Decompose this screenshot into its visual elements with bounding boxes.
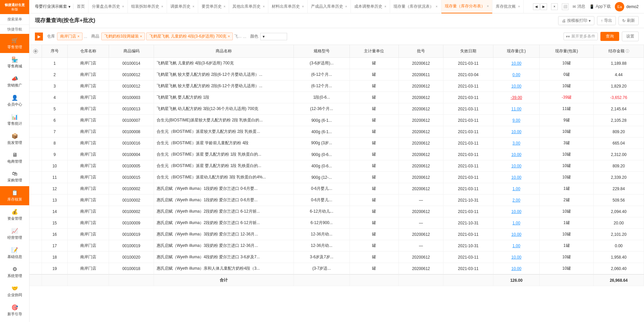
- row-balance: 665.04: [594, 138, 644, 149]
- row-qty-main[interactable]: 0.00: [493, 69, 539, 80]
- product-more-ellipsis[interactable]: ...: [243, 34, 246, 39]
- sidebar-item-retail-stats[interactable]: 📊 零售统计: [0, 110, 29, 129]
- row-qty-main[interactable]: 11.00: [493, 103, 539, 115]
- row-expiry: 2021-03-11: [443, 263, 493, 275]
- tab-close-icon[interactable]: ×: [161, 5, 163, 8]
- row-qty-main[interactable]: 10.00: [493, 206, 539, 217]
- sidebar-item-sys-mgmt[interactable]: ⚙ 系统管理: [0, 263, 29, 282]
- app-download-btn[interactable]: 📱 App下载: [589, 4, 611, 9]
- export-button[interactable]: ↑ 导出: [597, 16, 616, 25]
- tab-cost-adjust-history[interactable]: 成本调整单历史 ×: [351, 0, 390, 13]
- tab-close-icon[interactable]: ×: [384, 5, 386, 8]
- row-qty-main[interactable]: 1.00: [493, 217, 539, 229]
- row-qty-main[interactable]: 2.00: [493, 195, 539, 206]
- sidebar-item-inventory[interactable]: 📋 库存核算: [0, 186, 29, 205]
- color-dropdown[interactable]: ▾: [260, 33, 287, 40]
- tab-search-history[interactable]: 调拨单历史 ×: [167, 0, 198, 13]
- sidebar-item-purchase[interactable]: 🛍 采购管理: [0, 167, 29, 186]
- row-qty-main[interactable]: 10.00: [493, 58, 539, 69]
- product-tag-1-close[interactable]: ×: [140, 35, 142, 38]
- message-btn[interactable]: ✉ 消息: [573, 4, 585, 9]
- tab-close-all-btn[interactable]: ×: [551, 3, 558, 10]
- warehouse-tag-close[interactable]: ×: [77, 35, 79, 38]
- sidebar-item-finance[interactable]: 💰 资金管理: [0, 205, 29, 224]
- industry-selector[interactable]: 母婴行业演示账套 ▾: [32, 4, 73, 9]
- filter-expand-button[interactable]: ▶: [35, 33, 43, 41]
- warehouse-ellipsis[interactable]: ...: [84, 34, 87, 39]
- settings-column-header[interactable]: ⚙: [30, 45, 42, 58]
- tab-close-icon[interactable]: ×: [193, 5, 195, 8]
- tab-close-icon[interactable]: ×: [487, 4, 489, 8]
- setting-button[interactable]: 设置: [622, 32, 639, 41]
- sidebar-item-wholesale[interactable]: 📦 批发管理: [0, 129, 29, 149]
- row-qty-pkg: 10罐: [540, 126, 594, 138]
- row-qty-main[interactable]: 1.00: [493, 183, 539, 195]
- row-qty-main[interactable]: -39.00: [493, 92, 539, 103]
- expand-more-button[interactable]: ▾▾ 展开更多条件: [564, 33, 598, 40]
- sidebar-item-ecommerce[interactable]: 🖥 电商管理: [0, 149, 29, 167]
- tab-other-out-history[interactable]: 其他出库单历史 ×: [229, 0, 268, 13]
- tab-home[interactable]: 首页: [73, 0, 89, 13]
- tab-disassembly-history[interactable]: 组装拆卸单历史 ×: [128, 0, 167, 13]
- refresh-button[interactable]: ↻ 刷新: [619, 16, 639, 25]
- footer-empty-6: [350, 274, 399, 286]
- tab-product-in-history[interactable]: 产成品入库单历史 ×: [308, 0, 351, 13]
- table-row: 15 南岸门店 00100009 惠氏启赋（Wyeth illuma）2段奶粉 …: [30, 217, 644, 229]
- row-qty-main[interactable]: 9.00: [493, 115, 539, 126]
- row-warehouse: 南岸门店: [68, 252, 109, 263]
- sidebar-item-retail-mgmt[interactable]: 🛒 零售管理: [0, 34, 29, 53]
- product-tag-1-text: 飞鹤奶粉3段两罐装: [104, 34, 139, 39]
- sidebar-item-marketing[interactable]: 📣 营销推广: [0, 72, 29, 91]
- info-icon[interactable]: ⓘ: [626, 49, 629, 54]
- row-qty-main[interactable]: 10.00: [493, 252, 539, 263]
- row-balance: 4.44: [594, 69, 644, 80]
- sidebar-item-operations[interactable]: 📈 经营管理: [0, 224, 29, 244]
- row-qty-main[interactable]: 1.00: [493, 240, 539, 252]
- tab-portion-history[interactable]: 分量盘点单历史 ×: [89, 0, 128, 13]
- nav-arrows: ◀ ▶: [533, 3, 547, 10]
- tab-expand-btn[interactable]: ⬜: [562, 3, 569, 10]
- sidebar-item-label: 电商管理: [7, 159, 22, 164]
- user-profile[interactable]: Ea demo2: [615, 2, 639, 11]
- tab-current-qty-dist[interactable]: 现存量（库存分布表） ×: [441, 0, 493, 13]
- row-qty-main[interactable]: 10.00: [493, 263, 539, 275]
- nav-next-arrow[interactable]: ▶: [540, 3, 547, 10]
- tab-batch-voucher[interactable]: 库存批次账 ×: [492, 0, 524, 13]
- sidebar-item-new-guide[interactable]: 🎯 新手引导: [0, 301, 29, 320]
- table-row: 13 南岸门店 00100002 惠氏启赋（Wyeth illuma）1段奶粉 …: [30, 195, 644, 206]
- row-qty-main[interactable]: 10.00: [493, 80, 539, 92]
- sidebar-item-member[interactable]: 👤 会员中心: [0, 91, 29, 110]
- print-button[interactable]: 🖨 按模板打印 ▾: [558, 16, 594, 25]
- row-qty-main[interactable]: 10.00: [493, 160, 539, 172]
- table-row: 17 南岸门店 00100019 惠氏启赋（Wyeth illuma）3段奶粉 …: [30, 240, 644, 252]
- row-qty-main[interactable]: 10.00: [493, 126, 539, 138]
- sidebar-item-retail-shop[interactable]: 🏪 零售商城: [0, 53, 29, 72]
- row-balance: 1,189.88: [594, 58, 644, 69]
- product-tag-2-close[interactable]: ×: [228, 35, 230, 38]
- tab-close-icon[interactable]: ×: [436, 5, 438, 8]
- product-ellipsis[interactable]: 飞...: [234, 34, 241, 39]
- tab-close-icon[interactable]: ×: [122, 5, 124, 8]
- search-menu[interactable]: 搜索菜单: [0, 14, 29, 25]
- row-qty-main[interactable]: 10.00: [493, 172, 539, 183]
- tab-close-icon[interactable]: ×: [518, 5, 520, 8]
- row-batch: 20200612: [398, 80, 443, 92]
- tab-current-qty-status[interactable]: 现存量（库存状况表） ×: [390, 0, 441, 13]
- row-qty-main[interactable]: 10.00: [493, 149, 539, 160]
- tab-require-history[interactable]: 要货单历史 ×: [198, 0, 229, 13]
- tab-close-icon[interactable]: ×: [345, 5, 347, 8]
- settings-icon[interactable]: ⚙: [33, 49, 38, 54]
- row-balance: 509.56: [594, 195, 644, 206]
- sidebar-item-base-info[interactable]: 📝 基础信息: [0, 244, 29, 263]
- tab-close-icon[interactable]: ×: [263, 5, 265, 8]
- sidebar-item-cooperation[interactable]: 🤝 企业协同: [0, 282, 29, 301]
- query-button[interactable]: 查询: [600, 32, 619, 41]
- row-qty-main[interactable]: 10.00: [493, 229, 539, 240]
- tab-close-icon[interactable]: ×: [302, 5, 304, 8]
- row-qty-main[interactable]: 3.00: [493, 138, 539, 149]
- row-batch: 20200612: [398, 263, 443, 275]
- nav-prev-arrow[interactable]: ◀: [533, 3, 540, 10]
- tab-close-icon[interactable]: ×: [224, 5, 226, 8]
- tab-material-out-history[interactable]: 材料出库单历史 ×: [268, 0, 308, 13]
- sidebar-item-app-center[interactable]: 🔲 应用中心: [0, 320, 29, 322]
